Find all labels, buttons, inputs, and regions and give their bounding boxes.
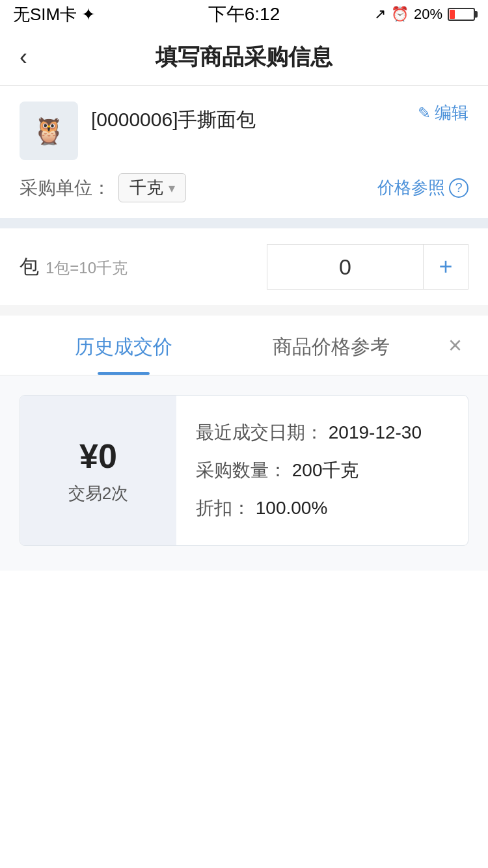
battery-pct-text: 20%: [414, 6, 442, 23]
product-header: 🦉 [0000006]手撕面包 ✎ 编辑: [20, 102, 468, 160]
date-label: 最近成交日期：: [196, 422, 323, 442]
transaction-price: ¥0: [79, 437, 117, 476]
chevron-down-icon: ▾: [169, 180, 175, 196]
status-right: ↗ ⏰ 20%: [374, 6, 475, 23]
help-icon: ?: [449, 178, 468, 198]
product-info: 🦉 [0000006]手撕面包: [20, 102, 418, 160]
tab-header: 历史成交价 商品价格参考 ×: [0, 316, 488, 375]
tab-history-price[interactable]: 历史成交价: [20, 316, 227, 375]
detail-date-row: 最近成交日期： 2019-12-30: [196, 419, 448, 446]
battery-icon: [448, 8, 475, 21]
transaction-details: 最近成交日期： 2019-12-30 采购数量： 200千克 折扣： 100.0…: [176, 396, 468, 545]
section-divider: [0, 218, 488, 228]
content-area: ¥0 交易2次 最近成交日期： 2019-12-30 采购数量： 200千克 折…: [0, 375, 488, 571]
back-button[interactable]: ‹: [20, 37, 40, 77]
unit-select[interactable]: 千克 ▾: [118, 173, 186, 202]
transaction-price-section: ¥0 交易2次: [20, 396, 176, 545]
tab2-label: 商品价格参考: [273, 336, 390, 357]
detail-discount-row: 折扣： 100.00%: [196, 495, 448, 522]
quantity-row: 包 1包=10千克 +: [0, 228, 488, 305]
unit-value: 千克: [129, 176, 163, 199]
edit-icon: ✎: [418, 104, 431, 122]
qty-conversion: 1包=10千克: [46, 258, 128, 278]
tab-active-indicator: [98, 372, 150, 375]
quantity-input[interactable]: [267, 244, 423, 290]
detail-qty-row: 采购数量： 200千克: [196, 457, 448, 484]
quantity-input-group: +: [267, 244, 468, 290]
nav-bar: ‹ 填写商品采购信息: [0, 29, 488, 86]
transaction-card: ¥0 交易2次 最近成交日期： 2019-12-30 采购数量： 200千克 折…: [20, 395, 468, 546]
transaction-count: 交易2次: [68, 482, 128, 505]
carrier-text: 无SIM卡 ✦: [13, 3, 96, 26]
discount-label: 折扣：: [196, 498, 251, 518]
product-thumbnail: 🦉: [20, 102, 78, 160]
bottom-space: [0, 571, 488, 868]
product-unit-row: 采购单位： 千克 ▾ 价格参照 ?: [20, 173, 468, 202]
date-value: 2019-12-30: [329, 422, 422, 442]
tab-close-button[interactable]: ×: [442, 325, 468, 366]
product-card: 🦉 [0000006]手撕面包 ✎ 编辑 采购单位： 千克 ▾ 价格参照 ?: [0, 86, 488, 218]
price-ref-label: 价格参照: [377, 176, 445, 199]
tab1-label: 历史成交价: [75, 336, 172, 357]
price-ref-button[interactable]: 价格参照 ?: [377, 176, 468, 199]
product-logo-icon: 🦉: [33, 116, 65, 146]
page-title: 填写商品采购信息: [156, 42, 332, 72]
tab-panel: 历史成交价 商品价格参考 × ¥0 交易2次 最近成交日期： 2019-12-3…: [0, 316, 488, 571]
quantity-label: 包 1包=10千克: [20, 254, 128, 280]
status-time: 下午6:12: [208, 2, 280, 27]
quantity-plus-button[interactable]: +: [423, 244, 468, 290]
product-name: [0000006]手撕面包: [91, 107, 256, 133]
status-left: 无SIM卡 ✦: [13, 3, 96, 26]
tab-price-ref[interactable]: 商品价格参考: [227, 316, 435, 375]
status-bar: 无SIM卡 ✦ 下午6:12 ↗ ⏰ 20%: [0, 0, 488, 29]
edit-button[interactable]: ✎ 编辑: [418, 102, 468, 124]
alarm-icon: ⏰: [391, 6, 409, 23]
qty-detail-value: 200千克: [292, 460, 359, 480]
location-icon: ↗: [374, 6, 386, 23]
qty-detail-label: 采购数量：: [196, 460, 287, 480]
unit-label: 采购单位：: [20, 176, 111, 200]
discount-value: 100.00%: [256, 498, 328, 518]
edit-label: 编辑: [435, 102, 468, 124]
qty-unit: 包: [20, 254, 39, 280]
